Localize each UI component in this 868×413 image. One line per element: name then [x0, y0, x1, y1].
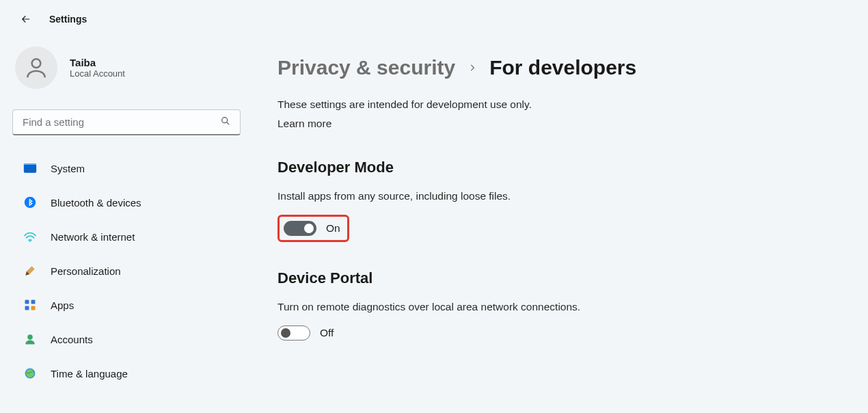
- system-icon: [23, 161, 37, 175]
- personalization-icon: [23, 264, 37, 278]
- avatar: [15, 46, 57, 89]
- sidebar-item-apps[interactable]: Apps: [12, 290, 241, 320]
- breadcrumb: Privacy & security For developers: [277, 56, 847, 79]
- svg-rect-7: [25, 300, 29, 304]
- developer-mode-toggle-label: On: [326, 222, 340, 235]
- sidebar-item-label: Accounts: [51, 334, 93, 345]
- svg-rect-10: [31, 306, 36, 310]
- svg-rect-8: [31, 300, 36, 304]
- developer-mode-toggle[interactable]: [284, 221, 316, 236]
- developer-mode-title: Developer Mode: [277, 159, 847, 176]
- sidebar-item-bluetooth[interactable]: Bluetooth & devices: [12, 187, 241, 217]
- svg-point-11: [27, 334, 33, 340]
- device-portal-toggle-label: Off: [320, 327, 334, 339]
- search-input[interactable]: [12, 109, 241, 135]
- sidebar-item-accounts[interactable]: Accounts: [12, 324, 241, 354]
- sidebar: Taiba Local Account System Bluetooth &: [0, 33, 253, 412]
- highlight-annotation: On: [277, 215, 349, 242]
- svg-point-13: [26, 369, 34, 377]
- profile-name: Taiba: [70, 57, 125, 68]
- sidebar-item-label: Bluetooth & devices: [51, 197, 141, 209]
- sidebar-item-label: Personalization: [51, 265, 121, 277]
- breadcrumb-parent[interactable]: Privacy & security: [277, 56, 455, 79]
- chevron-right-icon: [467, 60, 477, 76]
- app-title: Settings: [49, 14, 87, 25]
- search-icon: [220, 116, 231, 129]
- svg-rect-9: [25, 306, 29, 310]
- svg-rect-3: [24, 163, 36, 172]
- sidebar-item-time[interactable]: Time & language: [12, 358, 241, 388]
- device-portal-desc: Turn on remote diagnostics over local ar…: [277, 301, 847, 313]
- breadcrumb-current: For developers: [489, 56, 636, 79]
- device-portal-title: Device Portal: [277, 269, 847, 287]
- bluetooth-icon: [23, 196, 37, 209]
- sidebar-item-system[interactable]: System: [12, 153, 241, 183]
- sidebar-item-label: Apps: [51, 299, 74, 311]
- svg-point-6: [29, 241, 31, 242]
- sidebar-item-network[interactable]: Network & internet: [12, 222, 241, 252]
- apps-icon: [23, 298, 37, 312]
- accounts-icon: [23, 332, 37, 346]
- time-icon: [23, 367, 37, 380]
- search-box[interactable]: [12, 109, 241, 135]
- back-button[interactable]: [19, 12, 33, 26]
- svg-rect-4: [24, 163, 36, 165]
- device-portal-toggle[interactable]: [277, 325, 310, 341]
- sidebar-item-label: Network & internet: [51, 231, 135, 243]
- developer-mode-desc: Install apps from any source, including …: [277, 190, 847, 202]
- sidebar-item-label: System: [51, 163, 85, 174]
- svg-point-0: [32, 59, 41, 68]
- svg-line-2: [227, 122, 230, 125]
- nav-list: System Bluetooth & devices Network & int…: [12, 153, 241, 388]
- profile-subtitle: Local Account: [70, 68, 125, 79]
- intro-text: These settings are intended for developm…: [277, 98, 847, 111]
- network-icon: [23, 230, 37, 243]
- svg-point-1: [222, 118, 228, 123]
- learn-more-link[interactable]: Learn more: [277, 118, 331, 130]
- profile-block[interactable]: Taiba Local Account: [15, 46, 241, 89]
- main-content: Privacy & security For developers These …: [253, 33, 868, 412]
- sidebar-item-label: Time & language: [51, 368, 128, 379]
- sidebar-item-personalization[interactable]: Personalization: [12, 256, 241, 286]
